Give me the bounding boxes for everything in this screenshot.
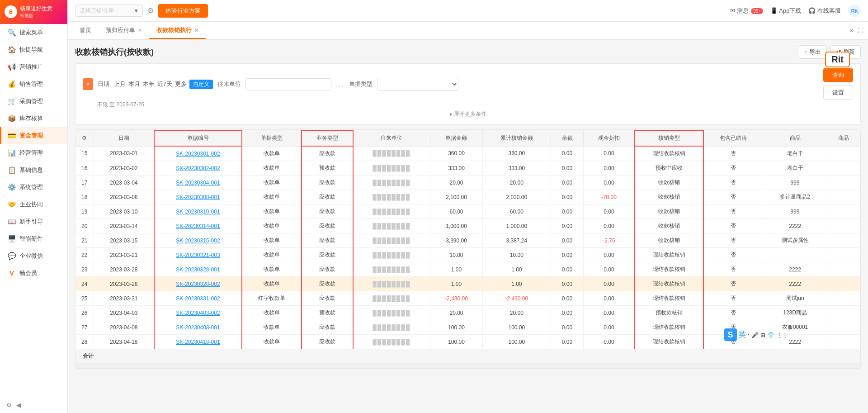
th-discount: 现金折扣 (584, 130, 635, 146)
date-option-more[interactable]: 更多 (175, 80, 187, 88)
cell-voucher-no[interactable]: SK-20230310-001 (154, 204, 241, 219)
tab-prepay-close-icon[interactable]: ✕ (138, 28, 142, 33)
tab-bar: 首页 预归应付单 ✕ 收款核销执行 ✕ ✕ ⛶ (68, 22, 868, 40)
cell-voucher-no[interactable]: SK-20230408-001 (154, 320, 241, 335)
cell-verified: 100.00 (483, 335, 551, 349)
system-icon: ⚙️ (8, 183, 16, 191)
cell-voucher-type: 收款单 (242, 176, 302, 190)
cell-verified: 1.00 (483, 262, 551, 277)
date-option-last-month[interactable]: 上月 (114, 80, 126, 88)
member-icon: V (8, 269, 16, 277)
settings-gear-icon[interactable]: ⚙ (147, 6, 154, 15)
cell-include-settled: 否 (703, 146, 763, 161)
cell-amount: 20.00 (430, 306, 482, 320)
cell-voucher-no[interactable]: SK-20230302-002 (154, 161, 241, 176)
collapse-icon[interactable]: ◀ (16, 402, 21, 408)
sidebar-item-guide[interactable]: 📖 新手引导 (0, 213, 67, 230)
tab-prepay[interactable]: 预归应付单 ✕ (99, 23, 149, 39)
settings-button[interactable]: 设置 (823, 85, 853, 100)
sidebar-item-finance[interactable]: 💳 资金管理 (0, 127, 67, 144)
sidebar-item-system[interactable]: ⚙️ 系统管理 (0, 179, 67, 196)
filter-collapse-button[interactable]: » (83, 78, 93, 90)
sidebar-item-enterprise[interactable]: 🤝 企业协同 (0, 196, 67, 213)
date-option-7days[interactable]: 近7天 (157, 80, 172, 88)
cell-balance: 0.00 (551, 306, 584, 320)
cell-voucher-no[interactable]: SK-20230314-001 (154, 219, 241, 233)
cell-verified: 1,000.00 (483, 219, 551, 233)
cell-discount: 0.00 (584, 262, 635, 277)
partner-input[interactable] (245, 78, 331, 90)
cell-num: 25 (75, 291, 94, 306)
tab-collection-close-icon[interactable]: ✕ (194, 28, 198, 33)
cell-balance: 0.00 (551, 190, 584, 204)
online-service-link[interactable]: 🎧 在线客服 (808, 7, 841, 15)
cell-voucher-no[interactable]: SK-20230315-002 (154, 233, 241, 248)
settings-bottom-icon[interactable]: ⚙ (6, 402, 12, 408)
message-link[interactable]: ✉ 消息 99+ (730, 7, 763, 15)
cell-voucher-no[interactable]: SK-20230418-001 (154, 335, 241, 349)
export-button[interactable]: ↑ 导出 (799, 45, 827, 59)
cell-goods2 (827, 233, 860, 248)
cell-voucher-no[interactable]: SK-20230308-001 (154, 190, 241, 204)
hardware-icon: 🖥️ (8, 235, 16, 243)
app-download-link[interactable]: 📱 App下载 (770, 7, 801, 15)
tab-collection[interactable]: 收款核销执行 ✕ (149, 23, 206, 39)
sidebar-item-sales[interactable]: 💰 销售管理 (0, 76, 67, 93)
store-selector[interactable]: 选择店铺/仓库 ▾ (75, 5, 143, 17)
purchase-icon: 🛒 (8, 97, 16, 105)
cell-num: 27 (75, 320, 94, 335)
cell-partner: ████████ (353, 233, 430, 248)
voucher-type-select[interactable] (377, 78, 458, 91)
cell-goods2 (827, 204, 860, 219)
sidebar-item-search[interactable]: 🔍 搜索菜单 (0, 24, 67, 41)
sidebar-item-wechat[interactable]: 💬 企业微信 (0, 247, 67, 265)
cell-voucher-no[interactable]: SK-20230328-001 (154, 262, 241, 277)
cell-goods: 测试多属性 (763, 233, 827, 248)
sidebar-item-purchase[interactable]: 🛒 采购管理 (0, 93, 67, 110)
sidebar-item-inventory[interactable]: 📦 库存核算 (0, 110, 67, 127)
date-option-this-month[interactable]: 本月 (128, 80, 140, 88)
date-option-this-year[interactable]: 本年 (143, 80, 155, 88)
th-goods: 商品 (763, 130, 827, 146)
watermark-apps-icon: ⋮⋮ (776, 332, 788, 338)
table-row: 192023-03-10SK-20230310-001收款单应收款███████… (75, 204, 860, 219)
logo-icon: 6 (5, 5, 17, 18)
cell-date: 2023-04-03 (94, 306, 154, 320)
sidebar-item-marketing[interactable]: 📢 营销推广 (0, 58, 67, 76)
sidebar-item-operations[interactable]: 📊 经营管理 (0, 144, 67, 161)
cell-voucher-no[interactable]: SK-20230301-002 (154, 146, 241, 161)
cell-biz-type: 应收款 (302, 291, 353, 306)
tab-close-all-icon[interactable]: ✕ (849, 27, 854, 34)
table-body: 152023-03-01SK-20230301-002收款单应收款███████… (75, 146, 860, 349)
tab-expand-icon[interactable]: ⛶ (858, 27, 863, 34)
cell-voucher-no[interactable]: SK-20230321-003 (154, 248, 241, 262)
sidebar-item-hardware[interactable]: 🖥️ 智能硬件 (0, 230, 67, 247)
sidebar-item-member[interactable]: V 畅会员 (0, 265, 67, 282)
custom-date-button[interactable]: 自定义 (189, 80, 213, 89)
sidebar-item-base[interactable]: 📋 基础信息 (0, 161, 67, 179)
th-amount: 单据金额 (430, 130, 482, 146)
cell-verified: 20.00 (483, 306, 551, 320)
cell-voucher-no[interactable]: SK-20230328-002 (154, 277, 241, 291)
cell-voucher-no[interactable]: SK-20230304-001 (154, 176, 241, 190)
cell-balance: 0.00 (551, 277, 584, 291)
marketing-icon: 📢 (8, 63, 16, 71)
date-filter-label: 日期 (98, 80, 109, 88)
cell-balance: 0.00 (551, 291, 584, 306)
query-button[interactable]: 查询 (823, 68, 853, 82)
sales-icon: 💰 (8, 80, 16, 88)
cell-amount: 2,100.00 (430, 190, 482, 204)
expand-conditions-button[interactable]: ▾ 展开更多条件 (83, 109, 853, 120)
cell-voucher-type: 收款单 (242, 262, 302, 277)
more-filters-icon[interactable]: ... (336, 80, 344, 88)
cell-verified: 20.00 (483, 176, 551, 190)
cell-voucher-no[interactable]: SK-20230403-002 (154, 306, 241, 320)
cell-include-settled: 否 (703, 176, 763, 190)
cell-num: 18 (75, 190, 94, 204)
industry-solution-button[interactable]: 体验行业方案 (158, 4, 208, 18)
sidebar-item-quick[interactable]: 🏠 快捷导航 (0, 41, 67, 58)
cell-voucher-no[interactable]: SK-20230331-002 (154, 291, 241, 306)
tab-home[interactable]: 首页 (72, 23, 99, 39)
horizontal-scrollbar[interactable] (75, 364, 860, 368)
user-avatar[interactable]: Rit (848, 5, 861, 17)
